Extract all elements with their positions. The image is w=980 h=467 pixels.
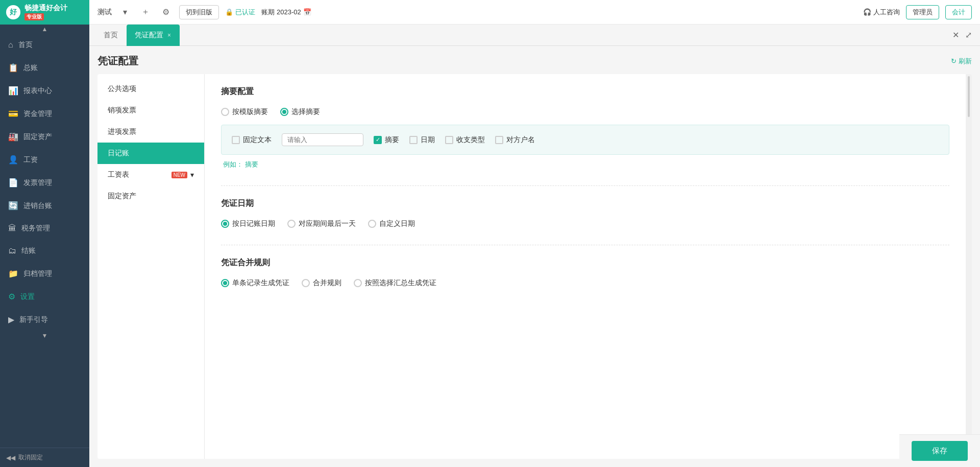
radio-custom-date[interactable]: 自定义日期 xyxy=(368,219,415,228)
tab-voucher-config[interactable]: 凭证配置 × xyxy=(127,25,180,46)
left-nav-item-payroll-table[interactable]: 工资表 NEW ▾ xyxy=(97,164,204,185)
period-label: 账期 xyxy=(261,8,275,17)
radio-select-summary[interactable]: 选择摘要 xyxy=(280,107,320,116)
left-nav-item-public[interactable]: 公共选项 xyxy=(97,78,204,100)
sidebar-item-capital[interactable]: 💳 资金管理 xyxy=(0,102,89,125)
merge-radio-group: 单条记录生成凭证 合并规则 按照选择汇总生成凭证 xyxy=(221,278,949,288)
sidebar-item-label-ledger: 总账 xyxy=(23,63,38,73)
left-nav-item-purchase-invoice[interactable]: 进项发票 xyxy=(97,121,204,143)
radio-single-record[interactable]: 单条记录生成凭证 xyxy=(221,278,289,288)
checkbox-counterparty[interactable]: 对方户名 xyxy=(495,135,535,145)
sidebar-item-home[interactable]: ⌂ 首页 xyxy=(0,34,89,56)
checkbox-fixed-text[interactable]: 固定文本 xyxy=(232,135,272,145)
sidebar-item-report[interactable]: 📊 报表中心 xyxy=(0,79,89,102)
checkbox-summary-label: 摘要 xyxy=(385,135,399,145)
payroll-expand-icon: ▾ xyxy=(190,171,194,179)
date-section: 凭证日期 按日记账日期 对应期间最后一天 xyxy=(221,198,949,228)
sidebar-item-settings[interactable]: ⚙ 设置 xyxy=(0,285,89,308)
sidebar-scroll-down[interactable]: ▼ xyxy=(0,331,89,340)
checkbox-fixed-text-box xyxy=(232,136,240,144)
sidebar-item-fixed-asset[interactable]: 🏭 固定资产 xyxy=(0,125,89,148)
main-layout: ▲ ⌂ 首页 📋 总账 📊 报表中心 💳 资金管理 🏭 固定资产 👤 工资 📄 … xyxy=(0,25,980,467)
logo-area: 好 畅捷通好会计 专业版 xyxy=(0,0,89,25)
summary-section-title: 摘要配置 xyxy=(221,86,949,97)
sidebar: ▲ ⌂ 首页 📋 总账 📊 报表中心 💳 资金管理 🏭 固定资产 👤 工资 📄 … xyxy=(0,25,89,467)
sidebar-scroll-up[interactable]: ▲ xyxy=(0,25,89,34)
checkbox-date-box xyxy=(409,136,418,144)
radio-period-last[interactable]: 对应期间最后一天 xyxy=(287,219,356,228)
admin-button[interactable]: 管理员 xyxy=(906,5,939,19)
close-period-icon: 🗂 xyxy=(8,246,16,255)
sidebar-item-close-period[interactable]: 🗂 结账 xyxy=(0,240,89,262)
sidebar-item-ledger[interactable]: 📋 总账 xyxy=(0,56,89,79)
example-label: 例如： xyxy=(223,160,243,168)
sidebar-item-label-guide: 新手引导 xyxy=(19,315,48,324)
sidebar-item-purchase-sale[interactable]: 🔄 进销台账 xyxy=(0,194,89,217)
radio-merge-rules[interactable]: 合并规则 xyxy=(302,278,341,288)
sidebar-item-label-tax: 税务管理 xyxy=(21,224,50,233)
content-area: 首页 凭证配置 × ✕ ⤢ 凭证配置 ↻ 刷新 xyxy=(89,25,980,467)
save-button[interactable]: 保存 xyxy=(912,441,968,461)
checkbox-payment-type[interactable]: 收支类型 xyxy=(445,135,485,145)
tab-close-button[interactable]: × xyxy=(167,32,171,39)
left-nav-item-journal[interactable]: 日记账 xyxy=(97,143,204,164)
cancel-fixed-label: 取消固定 xyxy=(18,453,43,462)
period-info: 账期 2023-02 📅 xyxy=(261,8,311,17)
radio-select-merge[interactable]: 按照选择汇总生成凭证 xyxy=(354,278,436,288)
sidebar-item-guide[interactable]: ▶ 新手引导 xyxy=(0,308,89,331)
checkbox-fixed-text-label: 固定文本 xyxy=(243,135,272,145)
sidebar-item-label-settings: 设置 xyxy=(20,292,35,301)
logo-text-main: 畅捷通好会计 xyxy=(24,4,67,12)
tab-home[interactable]: 首页 xyxy=(95,25,127,46)
radio-period-last-label: 对应期间最后一天 xyxy=(299,219,356,228)
project-dropdown-button[interactable]: ▾ xyxy=(118,5,132,19)
checkbox-row: 固定文本 ✓ 摘要 日期 xyxy=(221,125,949,155)
scrollbar-track xyxy=(966,74,972,459)
radio-journal-date-label: 按日记账日期 xyxy=(232,219,275,228)
guide-icon: ▶ xyxy=(8,315,14,324)
sidebar-item-tax[interactable]: 🏛 税务管理 xyxy=(0,217,89,240)
sidebar-item-archive[interactable]: 📁 归档管理 xyxy=(0,262,89,285)
date-radio-group: 按日记账日期 对应期间最后一天 自定义日期 xyxy=(221,219,949,228)
checkbox-counterparty-box xyxy=(495,136,503,144)
add-button[interactable]: ＋ xyxy=(138,5,153,19)
cancel-fixed-button[interactable]: ◀◀ 取消固定 xyxy=(0,448,89,467)
radio-select-label: 选择摘要 xyxy=(291,107,320,116)
settings-button[interactable]: ⚙ xyxy=(159,5,173,19)
radio-select-circle xyxy=(280,108,288,116)
accountant-button[interactable]: 会计 xyxy=(945,5,972,19)
sidebar-item-label-fixed-asset: 固定资产 xyxy=(23,132,52,142)
consult-label: 人工咨询 xyxy=(873,8,900,17)
header-right: 🎧 人工咨询 管理员 会计 xyxy=(863,5,972,19)
fixed-text-input[interactable] xyxy=(282,133,363,146)
merge-section: 凭证合并规则 单条记录生成凭证 合并规则 xyxy=(221,258,949,288)
close-tab-button[interactable]: ✕ xyxy=(950,28,961,42)
example-text: 例如： 摘要 xyxy=(221,160,949,169)
radio-journal-date[interactable]: 按日记账日期 xyxy=(221,219,275,228)
refresh-button[interactable]: ↻ 刷新 xyxy=(951,57,972,66)
left-nav-label-public: 公共选项 xyxy=(108,84,136,92)
sidebar-item-invoice[interactable]: 📄 发票管理 xyxy=(0,171,89,194)
radio-merge-rules-label: 合并规则 xyxy=(313,278,341,288)
sidebar-item-payroll[interactable]: 👤 工资 xyxy=(0,148,89,171)
radio-template[interactable]: 按模版摘要 xyxy=(221,107,268,116)
left-nav-label-journal: 日记账 xyxy=(108,149,129,157)
expand-tab-button[interactable]: ⤢ xyxy=(963,28,974,42)
left-nav-item-fixed-assets[interactable]: 固定资产 xyxy=(97,185,204,207)
sidebar-item-label-home: 首页 xyxy=(18,40,33,50)
report-icon: 📊 xyxy=(8,86,18,96)
page-title: 凭证配置 xyxy=(97,54,138,68)
checkbox-summary[interactable]: ✓ 摘要 xyxy=(374,135,399,145)
consult-button[interactable]: 🎧 人工咨询 xyxy=(863,8,900,17)
sidebar-item-label-close: 结账 xyxy=(21,246,36,255)
left-nav: 公共选项 销项发票 进项发票 日记账 工资表 xyxy=(97,74,205,459)
merge-section-title: 凭证合并规则 xyxy=(221,258,949,268)
checkbox-payment-type-box xyxy=(445,136,453,144)
old-version-button[interactable]: 切到旧版 xyxy=(179,5,219,19)
scrollbar-thumb[interactable] xyxy=(968,76,970,117)
left-nav-item-sales-invoice[interactable]: 销项发票 xyxy=(97,100,204,121)
checkbox-date[interactable]: 日期 xyxy=(409,135,435,145)
right-panel: 摘要配置 按模版摘要 选择摘要 xyxy=(205,74,966,459)
left-nav-label-payroll-table: 工资表 xyxy=(108,170,129,179)
example-value: 摘要 xyxy=(245,160,258,168)
